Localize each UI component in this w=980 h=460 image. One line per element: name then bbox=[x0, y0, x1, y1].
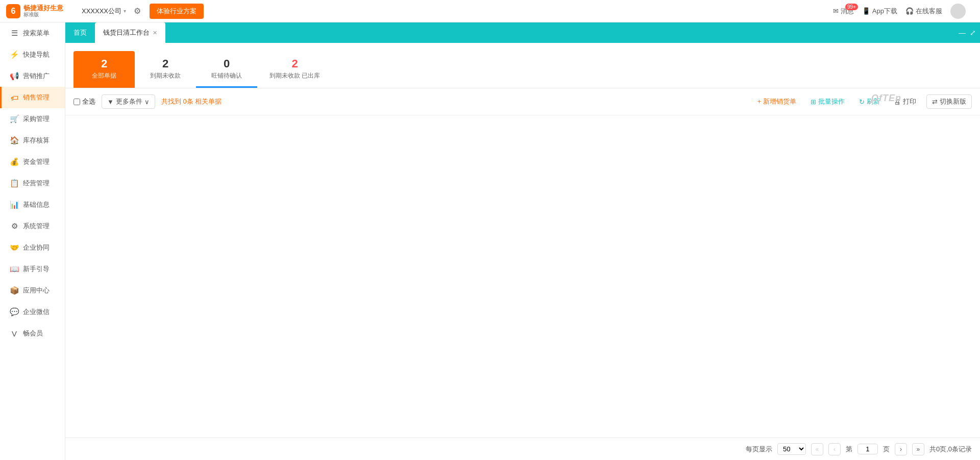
sidebar-item-wechat[interactable]: 💬 企业微信 bbox=[0, 301, 65, 323]
search-menu-icon: ☰ bbox=[10, 29, 19, 38]
sidebar-item-marketing[interactable]: 📢 营销推广 bbox=[0, 65, 65, 87]
messages-badge: 99+ bbox=[845, 4, 858, 10]
tab-home[interactable]: 首页 bbox=[65, 22, 95, 43]
tabs-window-controls: — ⤢ bbox=[959, 29, 980, 37]
system-icon: ⚙ bbox=[10, 222, 19, 231]
settings-icon[interactable]: ⚙ bbox=[130, 4, 144, 18]
switch-version-button[interactable]: ⇄ 切换新版 bbox=[926, 94, 972, 109]
stat-num-overdue-out: 2 bbox=[270, 57, 320, 70]
found-text: 共找到 0条 相关单据 bbox=[161, 97, 222, 106]
member-icon: V bbox=[10, 329, 19, 338]
finance-icon: 💰 bbox=[10, 157, 19, 166]
purchase-icon: 🛒 bbox=[10, 114, 19, 124]
toolbar: 全选 ▼ 更多条件 ∨ 共找到 0条 相关单据 + 新增销货单 ⊞ 批量操作 ↻… bbox=[65, 88, 980, 115]
switch-icon: ⇄ bbox=[932, 98, 938, 106]
company-name: XXXXXX公司 bbox=[82, 7, 121, 16]
sidebar-item-basic-info[interactable]: 📊 基础信息 bbox=[0, 194, 65, 215]
tabs-nav: 首页 钱货日清工作台 ✕ — ⤢ bbox=[65, 22, 980, 43]
stat-label-all: 全部单据 bbox=[86, 71, 122, 80]
logo-main: 畅捷通好生意 bbox=[23, 4, 63, 12]
batch-operation-button[interactable]: ⊞ 批量操作 bbox=[806, 95, 849, 108]
refresh-icon: ↻ bbox=[859, 98, 865, 106]
message-icon: ✉ bbox=[833, 7, 839, 15]
page-size-label: 每页显示 bbox=[746, 445, 772, 454]
next-page-button[interactable]: › bbox=[895, 443, 907, 455]
filter-button[interactable]: ▼ 更多条件 ∨ bbox=[102, 94, 155, 109]
messages-button[interactable]: ✉ 消息 99+ bbox=[833, 7, 854, 16]
table-area bbox=[65, 115, 980, 371]
sales-icon: 🏷 bbox=[10, 93, 19, 102]
sidebar-item-purchase[interactable]: 🛒 采购管理 bbox=[0, 108, 65, 130]
select-all-checkbox[interactable]: 全选 bbox=[74, 97, 95, 106]
logo-sub: 标准版 bbox=[23, 12, 63, 18]
prev-page-button[interactable]: ‹ bbox=[828, 443, 841, 455]
sidebar-item-member[interactable]: V 畅会员 bbox=[0, 323, 65, 344]
tab-close-icon[interactable]: ✕ bbox=[153, 30, 157, 36]
logo-icon: 6 bbox=[6, 4, 20, 18]
first-page-button[interactable]: « bbox=[811, 443, 823, 455]
experience-button[interactable]: 体验行业方案 bbox=[150, 4, 204, 19]
app-download-label: App下载 bbox=[872, 7, 897, 16]
online-service-label: 在线客服 bbox=[916, 7, 942, 16]
often-watermark: OfTEn bbox=[871, 93, 901, 104]
top-bar: 6 畅捷通好生意 标准版 XXXXXX公司 ▾ ⚙ 体验行业方案 ✉ 消息 99… bbox=[0, 0, 980, 22]
top-bar-right: ✉ 消息 99+ 📱 App下载 🎧 在线客服 bbox=[833, 4, 974, 19]
marketing-icon: 📢 bbox=[10, 71, 19, 81]
stat-num-pending: 0 bbox=[208, 57, 245, 70]
stat-label-overdue-out: 到期未收款 已出库 bbox=[270, 71, 320, 80]
tab-cashflow[interactable]: 钱货日清工作台 ✕ bbox=[95, 22, 165, 43]
sidebar-item-guide[interactable]: 📖 新手引导 bbox=[0, 258, 65, 280]
page-label: 页 bbox=[883, 445, 890, 454]
inventory-icon: 🏠 bbox=[10, 136, 19, 145]
sidebar-item-sales[interactable]: 🏷 销售管理 bbox=[0, 87, 65, 108]
last-page-button[interactable]: » bbox=[912, 443, 924, 455]
stat-card-all[interactable]: 2 全部单据 bbox=[74, 51, 135, 88]
guide-icon: 📖 bbox=[10, 264, 19, 274]
sidebar-item-finance[interactable]: 💰 资金管理 bbox=[0, 151, 65, 173]
logo-text: 畅捷通好生意 标准版 bbox=[23, 4, 63, 18]
basic-info-icon: 📊 bbox=[10, 200, 19, 209]
page-size-select[interactable]: 10 20 50 100 bbox=[777, 443, 806, 455]
operations-icon: 📋 bbox=[10, 179, 19, 188]
headset-icon: 🎧 bbox=[905, 7, 914, 15]
sidebar-item-quick-nav[interactable]: ⚡ 快捷导航 bbox=[0, 44, 65, 65]
sidebar-item-operations[interactable]: 📋 经营管理 bbox=[0, 173, 65, 194]
wechat-icon: 💬 bbox=[10, 307, 19, 317]
quick-nav-icon: ⚡ bbox=[10, 50, 19, 59]
online-service-button[interactable]: 🎧 在线客服 bbox=[905, 7, 942, 16]
filter-icon: ▼ bbox=[107, 98, 114, 106]
window-expand-icon[interactable]: ⤢ bbox=[970, 29, 976, 37]
stat-card-overdue-out[interactable]: 2 到期未收款 已出库 bbox=[257, 51, 332, 88]
page-input[interactable] bbox=[857, 444, 878, 454]
chevron-down-icon: ▾ bbox=[124, 8, 126, 14]
select-all-input[interactable] bbox=[74, 99, 80, 105]
app-center-icon: 📦 bbox=[10, 286, 19, 295]
chevron-icon: ∨ bbox=[144, 98, 150, 106]
page-body: 2 全部单据 2 到期未收款 0 旺铺待确认 2 到期未收款 已出库 全选 bbox=[65, 43, 980, 460]
avatar[interactable] bbox=[950, 4, 966, 19]
stat-label-pending: 旺铺待确认 bbox=[208, 71, 245, 80]
stat-card-pending[interactable]: 0 旺铺待确认 bbox=[196, 51, 257, 88]
sidebar-item-inventory[interactable]: 🏠 库存核算 bbox=[0, 130, 65, 151]
pagination-summary: 共0页,0条记录 bbox=[929, 445, 972, 454]
stat-num-overdue: 2 bbox=[147, 57, 184, 70]
pagination-bar: 每页显示 10 20 50 100 « ‹ 第 页 › » 共0页,0条记录 bbox=[65, 438, 980, 460]
company-selector[interactable]: XXXXXX公司 ▾ bbox=[82, 7, 126, 16]
enterprise-icon: 🤝 bbox=[10, 243, 19, 252]
stat-card-overdue[interactable]: 2 到期未收款 bbox=[135, 51, 196, 88]
app-download-button[interactable]: 📱 App下载 bbox=[862, 7, 897, 16]
sidebar-item-app-center[interactable]: 📦 应用中心 bbox=[0, 280, 65, 301]
page-word: 第 bbox=[846, 445, 852, 454]
stat-num-all: 2 bbox=[86, 57, 122, 70]
logo-area: 6 畅捷通好生意 标准版 bbox=[6, 4, 71, 18]
found-count: 0 bbox=[183, 98, 187, 105]
window-minimize-icon[interactable]: — bbox=[959, 29, 966, 37]
sidebar-item-search[interactable]: ☰ 搜索菜单 bbox=[0, 22, 65, 44]
stats-row: 2 全部单据 2 到期未收款 0 旺铺待确认 2 到期未收款 已出库 bbox=[65, 43, 980, 88]
sidebar-item-system[interactable]: ⚙ 系统管理 bbox=[0, 215, 65, 237]
download-icon: 📱 bbox=[862, 7, 870, 15]
add-sale-button[interactable]: + 新增销货单 bbox=[753, 95, 800, 108]
main-content: 2 全部单据 2 到期未收款 0 旺铺待确认 2 到期未收款 已出库 全选 bbox=[65, 43, 980, 460]
sidebar-item-enterprise[interactable]: 🤝 企业协同 bbox=[0, 237, 65, 258]
sidebar: ☰ 搜索菜单 ⚡ 快捷导航 📢 营销推广 🏷 销售管理 🛒 采购管理 🏠 库存核… bbox=[0, 22, 65, 460]
